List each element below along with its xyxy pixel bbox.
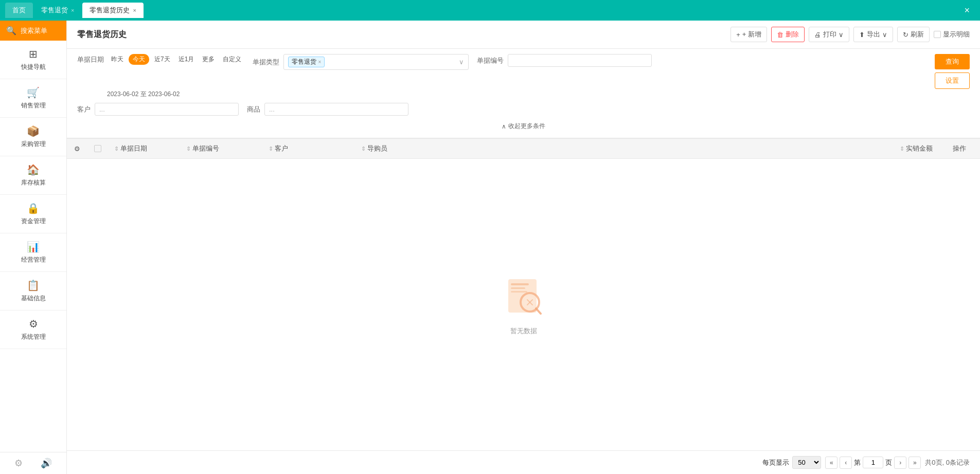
- collapse-row: ∧ 收起更多条件: [77, 120, 970, 133]
- new-label: + 新增: [742, 30, 761, 39]
- type-tag-input[interactable]: 零售退货 × ∨: [283, 54, 469, 70]
- sidebar-item-finance-label: 资金管理: [21, 217, 46, 226]
- collapse-button[interactable]: ∧ 收起更多条件: [493, 122, 555, 131]
- tab-retail-return-history[interactable]: 零售退货历史 ×: [82, 3, 143, 18]
- tab-list: 首页 零售退货 × 零售退货历史 ×: [5, 3, 959, 18]
- page-input[interactable]: [863, 457, 883, 468]
- sidebar-item-quick-nav[interactable]: ⊞ 快捷导航: [0, 41, 66, 79]
- tab-home-label: 首页: [12, 6, 26, 15]
- setup-button[interactable]: 设置: [935, 72, 970, 89]
- date-option-1month[interactable]: 近1月: [175, 54, 198, 65]
- th-guide[interactable]: ⇕ 导购员: [355, 139, 437, 158]
- operations-icon: 📊: [27, 241, 40, 253]
- bill-no-input[interactable]: [508, 54, 652, 67]
- svg-line-6: [536, 308, 541, 314]
- purchase-icon: 📦: [27, 125, 40, 137]
- th-guide-sort: ⇕: [361, 145, 366, 152]
- type-tag-close[interactable]: ×: [318, 59, 321, 65]
- display-toggle-checkbox[interactable]: [934, 31, 941, 38]
- tab-home[interactable]: 首页: [5, 3, 33, 18]
- page-label: 第: [854, 458, 861, 467]
- customer-input[interactable]: ...: [95, 103, 239, 116]
- export-dropdown-icon: ∨: [882, 31, 887, 39]
- goods-input[interactable]: ...: [264, 103, 408, 116]
- tab-retail-return-label: 零售退货: [41, 6, 68, 15]
- quick-nav-icon: ⊞: [29, 48, 38, 60]
- tab-retail-return-history-close[interactable]: ×: [133, 7, 136, 13]
- top-bar: 首页 零售退货 × 零售退货历史 × ×: [0, 0, 980, 21]
- query-setup-col: 查询 设置: [935, 54, 970, 89]
- tab-retail-return[interactable]: 零售退货 ×: [34, 3, 81, 18]
- content-area: 零售退货历史 + + 新增 🗑 删除 🖨 打印 ∨: [67, 21, 980, 474]
- sidebar-item-operations-label: 经营管理: [21, 256, 46, 264]
- prev-page-button[interactable]: ‹: [840, 457, 852, 469]
- th-customer[interactable]: ⇕ 客户: [262, 139, 355, 158]
- goods-filter: 商品 ...: [247, 103, 408, 116]
- sidebar-search[interactable]: 🔍 搜索菜单: [0, 21, 66, 41]
- new-icon: +: [736, 31, 740, 39]
- audio-icon[interactable]: 🔊: [41, 458, 52, 469]
- th-settings[interactable]: ⚙: [67, 140, 87, 158]
- tab-retail-return-history-label: 零售退货历史: [90, 6, 130, 15]
- sidebar-item-sales-mgmt[interactable]: 🛒 销售管理: [0, 79, 66, 118]
- th-amount-sort: ⇕: [900, 145, 904, 152]
- first-page-button[interactable]: «: [825, 457, 838, 469]
- new-button[interactable]: + + 新增: [730, 27, 767, 42]
- window-close-button[interactable]: ×: [959, 5, 975, 16]
- per-page-label: 每页显示: [762, 458, 789, 467]
- date-option-custom[interactable]: 自定义: [220, 54, 244, 65]
- sidebar-nav: ⊞ 快捷导航 🛒 销售管理 📦 采购管理 🏠 库存核算 🔒 资金管理 📊: [0, 41, 66, 452]
- sidebar-item-purchase-label: 采购管理: [21, 140, 46, 149]
- pagination: 每页显示 50 20 100 « ‹ 第 页 › » 共0页, 0条记录: [67, 450, 980, 474]
- th-customer-sort: ⇕: [269, 145, 273, 152]
- next-page-button[interactable]: ›: [894, 457, 906, 469]
- settings-bottom-icon[interactable]: ⚙: [14, 458, 23, 469]
- date-range-display: 2023-06-02 至 2023-06-02: [107, 90, 180, 98]
- page-header: 零售退货历史 + + 新增 🗑 删除 🖨 打印 ∨: [67, 21, 980, 49]
- display-toggle-label: 显示明细: [943, 30, 970, 39]
- sidebar-item-basic-info[interactable]: 📋 基础信息: [0, 272, 66, 311]
- sidebar-item-operations[interactable]: 📊 经营管理: [0, 233, 66, 272]
- date-filter: 单据日期 昨天 今天 近7天 近1月 更多 自定义: [77, 54, 244, 65]
- date-option-yesterday[interactable]: 昨天: [108, 54, 127, 65]
- sidebar-item-system-mgmt[interactable]: ⚙ 系统管理: [0, 311, 66, 349]
- table-area: ⚙ ⇕ 单据日期 ⇕ 单据编号 ⇕ 客户 ⇕: [67, 138, 980, 450]
- goods-placeholder: ...: [269, 105, 275, 113]
- display-toggle[interactable]: 显示明细: [934, 30, 970, 39]
- tab-retail-return-close[interactable]: ×: [71, 7, 74, 13]
- svg-rect-3: [511, 291, 527, 293]
- customer-placeholder: ...: [99, 105, 105, 113]
- sidebar-item-inventory-label: 库存核算: [21, 178, 46, 187]
- total-info: 共0页, 0条记录: [925, 458, 970, 467]
- query-button[interactable]: 查询: [935, 54, 970, 69]
- page-unit: 页: [885, 458, 892, 467]
- date-option-7days[interactable]: 近7天: [151, 54, 173, 65]
- th-guide-label: 导购员: [367, 144, 387, 153]
- table-body: 暂无数据: [67, 159, 980, 450]
- delete-button[interactable]: 🗑 删除: [771, 27, 805, 42]
- svg-rect-2: [511, 287, 525, 289]
- date-label: 单据日期: [77, 55, 104, 64]
- export-button[interactable]: ⬆ 导出 ∨: [853, 27, 893, 42]
- svg-rect-1: [511, 283, 529, 285]
- date-option-more[interactable]: 更多: [199, 54, 218, 65]
- th-bill-no[interactable]: ⇕ 单据编号: [180, 139, 262, 158]
- sidebar: 🔍 搜索菜单 ⊞ 快捷导航 🛒 销售管理 📦 采购管理 🏠 库存核算 🔒: [0, 21, 67, 474]
- collapse-label: 收起更多条件: [508, 122, 545, 131]
- select-all-checkbox[interactable]: [94, 145, 101, 152]
- sidebar-item-purchase-mgmt[interactable]: 📦 采购管理: [0, 118, 66, 156]
- empty-illustration: [498, 274, 549, 320]
- refresh-button[interactable]: ↻ 刷新: [897, 27, 930, 42]
- th-amount[interactable]: ⇕ 实销金额: [437, 139, 939, 158]
- date-option-today[interactable]: 今天: [129, 54, 149, 65]
- refresh-label: 刷新: [911, 30, 924, 39]
- sidebar-item-finance[interactable]: 🔒 资金管理: [0, 195, 66, 233]
- filter-section: 单据日期 昨天 今天 近7天 近1月 更多 自定义 单据类型: [67, 49, 980, 138]
- sidebar-item-inventory[interactable]: 🏠 库存核算: [0, 156, 66, 195]
- th-check[interactable]: [87, 140, 108, 157]
- last-page-button[interactable]: »: [908, 457, 921, 469]
- th-date[interactable]: ⇕ 单据日期: [108, 139, 180, 158]
- type-label: 单据类型: [253, 58, 279, 67]
- print-button[interactable]: 🖨 打印 ∨: [809, 27, 849, 42]
- per-page-select[interactable]: 50 20 100: [792, 456, 821, 469]
